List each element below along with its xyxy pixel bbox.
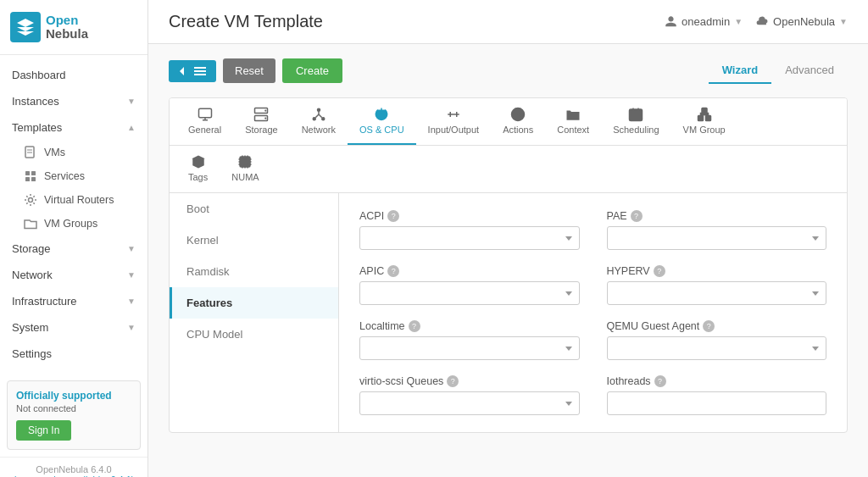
tab-scheduling[interactable]: Scheduling — [601, 98, 670, 145]
tab-os-cpu[interactable]: OS & CPU — [348, 98, 416, 145]
sidebar: Open Nebula Dashboard Instances ▼ Templa… — [0, 0, 148, 477]
form-group-apic: APIC ? — [359, 265, 580, 305]
folder-icon — [24, 217, 37, 230]
right-panel: ACPI ? PAE ? — [339, 193, 847, 432]
select-apic[interactable] — [359, 281, 580, 305]
svg-rect-8 — [194, 67, 206, 69]
sidebar-item-instances[interactable]: Instances ▼ — [0, 88, 147, 114]
sidebar-item-dashboard[interactable]: Dashboard — [0, 62, 147, 88]
svg-rect-10 — [194, 74, 206, 75]
cloud-chevron-icon: ▼ — [839, 17, 848, 26]
tab-vm-group-label: VM Group — [683, 125, 726, 135]
form-group-virtio: virtio-scsi Queues ? — [359, 375, 580, 415]
form-group-pae: PAE ? — [607, 210, 827, 250]
select-localtime[interactable] — [359, 336, 580, 360]
main-body: Reset Create Wizard Advanced General Sto… — [148, 44, 868, 477]
svg-rect-25 — [705, 116, 710, 121]
input-iothreads[interactable] — [607, 391, 827, 415]
sidebar-item-vms[interactable]: VMs — [0, 141, 147, 164]
sidebar-item-storage[interactable]: Storage ▼ — [0, 236, 147, 262]
sidebar-footer: OpenNebula 6.4.0 (new version available:… — [0, 457, 147, 477]
sidebar-item-templates[interactable]: Templates ▲ — [0, 114, 147, 141]
sidebar-label-vms: VMs — [44, 147, 65, 158]
create-button[interactable]: Create — [282, 58, 342, 83]
form-group-acpi: ACPI ? — [359, 210, 580, 250]
sidebar-item-infrastructure[interactable]: Infrastructure ▼ — [0, 288, 147, 314]
select-virtio[interactable] — [359, 391, 580, 415]
select-acpi[interactable] — [359, 226, 580, 250]
label-iothreads: Iothreads ? — [607, 375, 827, 387]
tab-numa-label: NUMA — [231, 172, 259, 182]
support-title: Officially supported — [16, 390, 131, 402]
left-panel: Boot Kernel Ramdisk Features CPU Model — [170, 193, 339, 432]
header-cloud[interactable]: OpenNebula ▼ — [756, 15, 848, 28]
label-acpi: ACPI ? — [359, 210, 580, 222]
tab-context[interactable]: Context — [545, 98, 601, 145]
sidebar-label-network: Network — [12, 269, 53, 281]
sidebar-nav: Dashboard Instances ▼ Templates ▲ VMs Se… — [0, 55, 147, 374]
panel-item-features[interactable]: Features — [170, 287, 338, 319]
sidebar-item-system[interactable]: System ▼ — [0, 314, 147, 341]
sidebar-item-settings[interactable]: Settings — [0, 341, 147, 367]
select-pae[interactable] — [607, 226, 827, 250]
svg-point-16 — [317, 108, 320, 111]
back-button[interactable] — [169, 60, 216, 82]
tab-wizard[interactable]: Wizard — [709, 58, 772, 84]
tab-input-output-label: Input/Output — [428, 125, 480, 135]
panel-item-kernel[interactable]: Kernel — [170, 225, 338, 256]
tab-actions[interactable]: Actions — [491, 98, 545, 145]
sign-in-button[interactable]: Sign In — [16, 420, 71, 441]
support-status: Not connected — [16, 403, 131, 413]
features-form: ACPI ? PAE ? — [359, 210, 826, 415]
help-icon-acpi: ? — [387, 210, 399, 222]
user-icon — [665, 15, 677, 28]
svg-point-18 — [322, 118, 325, 120]
version-text: OpenNebula 6.4.0 — [10, 464, 137, 474]
svg-rect-5 — [25, 177, 30, 181]
sidebar-item-network[interactable]: Network ▼ — [0, 262, 147, 288]
logo: Open Nebula — [0, 0, 147, 55]
help-icon-apic: ? — [387, 265, 399, 277]
panel-item-ramdisk[interactable]: Ramdisk — [170, 256, 338, 287]
tab-tags-label: Tags — [188, 172, 208, 182]
svg-point-7 — [29, 198, 33, 202]
header-user[interactable]: oneadmin ▼ — [665, 15, 743, 28]
select-qemu[interactable] — [607, 336, 827, 360]
logo-icon — [10, 12, 41, 42]
chevron-down-icon-storage: ▼ — [127, 244, 136, 253]
puzzle-icon — [24, 169, 37, 183]
help-icon-pae: ? — [631, 210, 643, 222]
help-icon-iothreads: ? — [654, 375, 666, 387]
page-title: Create VM Template — [169, 12, 323, 31]
svg-point-21 — [633, 116, 635, 118]
select-hyperv[interactable] — [607, 281, 827, 305]
chevron-down-icon-network: ▼ — [127, 270, 136, 280]
tab-storage[interactable]: Storage — [233, 98, 290, 145]
tab-os-cpu-label: OS & CPU — [359, 125, 404, 135]
help-icon-localtime: ? — [409, 320, 420, 332]
sidebar-label-storage: Storage — [12, 242, 51, 255]
sidebar-item-virtual-routers[interactable]: Virtual Routers — [0, 188, 147, 212]
tab-tags[interactable]: Tags — [176, 146, 220, 192]
panel-item-boot[interactable]: Boot — [170, 193, 338, 225]
logo-text: Open Nebula — [46, 14, 88, 42]
sidebar-item-services[interactable]: Services — [0, 164, 147, 188]
tab-numa[interactable]: NUMA — [220, 146, 270, 192]
chevron-down-icon-infra: ▼ — [127, 297, 136, 306]
tab-network[interactable]: Network — [290, 98, 348, 145]
tab-network-label: Network — [302, 125, 336, 135]
sidebar-label-vm-groups: VM Groups — [44, 218, 97, 230]
toolbar: Reset Create Wizard Advanced — [169, 58, 848, 84]
tab-input-output[interactable]: Input/Output — [416, 98, 492, 145]
label-pae: PAE ? — [607, 210, 827, 222]
tab-vm-group[interactable]: VM Group — [671, 98, 737, 145]
sidebar-item-vm-groups[interactable]: VM Groups — [0, 212, 147, 236]
folder-context-icon — [565, 107, 581, 122]
tab-general[interactable]: General — [176, 98, 233, 145]
panel-item-cpu-model[interactable]: CPU Model — [170, 319, 338, 350]
support-box: Officially supported Not connected Sign … — [7, 380, 141, 450]
tab-advanced[interactable]: Advanced — [771, 58, 848, 84]
user-chevron-icon: ▼ — [734, 17, 743, 26]
sidebar-label-system: System — [12, 321, 48, 334]
reset-button[interactable]: Reset — [223, 58, 275, 83]
